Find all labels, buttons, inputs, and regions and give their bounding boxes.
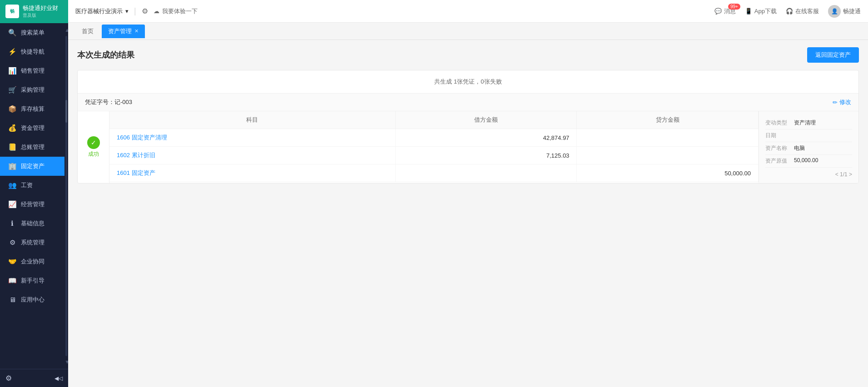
side-panel-pagination[interactable]: < 1/1 > — [765, 168, 852, 178]
collapse-icon[interactable]: ◀◁ — [55, 375, 63, 382]
sidebar-item-经营管理[interactable]: 📈经营管理 — [0, 195, 64, 214]
topbar: 医疗器械行业演示 ▾ | ⚙ ☁ 我要体验一下 💬 消息 99+ 📱 App下载… — [68, 0, 868, 23]
sidebar-icon: 🏢 — [8, 162, 16, 170]
result-summary: 共生成 1张凭证，0张失败 — [78, 70, 858, 94]
tab-home[interactable]: 首页 — [75, 25, 100, 38]
avatar: 👤 — [828, 5, 841, 18]
sidebar-label: 基础信息 — [21, 219, 45, 228]
company-selector[interactable]: 医疗器械行业演示 ▾ — [75, 7, 129, 15]
side-panel-value: 资产清理 — [794, 119, 816, 127]
sidebar-item-新手引导[interactable]: 📖新手引导 — [0, 271, 64, 290]
settings-icon[interactable]: ⚙ — [5, 374, 12, 382]
sidebar-label: 库存核算 — [21, 105, 45, 113]
message-icon: 💬 — [714, 8, 722, 15]
topbar-right: 💬 消息 99+ 📱 App下载 🎧 在线客服 👤 畅捷通 — [714, 5, 861, 18]
sidebar-label: 企业协同 — [21, 258, 45, 266]
sidebar-label: 固定资产 — [21, 162, 45, 170]
user-profile[interactable]: 👤 畅捷通 — [828, 5, 861, 18]
asset-tab-label: 资产管理 — [108, 27, 132, 35]
sidebar-item-采购管理[interactable]: 🛒采购管理 — [0, 80, 64, 99]
app-download-button[interactable]: 📱 App下载 — [745, 7, 777, 15]
sidebar-item-基础信息[interactable]: ℹ基础信息 — [0, 214, 64, 233]
sidebar-item-快捷导航[interactable]: ⚡快捷导航 — [0, 42, 64, 61]
sidebar-label: 采购管理 — [21, 86, 45, 94]
result-card: 共生成 1张凭证，0张失败 凭证字号：记-003 ✏ 修改 — [77, 70, 859, 184]
message-button[interactable]: 💬 消息 99+ — [714, 7, 736, 15]
side-panel-row: 资产原值50,000.00 — [765, 155, 852, 168]
sidebar-icon: 👥 — [8, 181, 16, 189]
cloud-icon: ☁ — [154, 8, 159, 15]
sidebar-item-总账管理[interactable]: 📒总账管理 — [0, 138, 64, 157]
sidebar-item-固定资产[interactable]: 🏢固定资产 — [0, 157, 64, 176]
online-service-label: 在线客服 — [795, 7, 819, 15]
sidebar-icon: 🤝 — [8, 258, 16, 266]
summary-text: 共生成 1张凭证，0张失败 — [434, 78, 501, 85]
tabbar: 首页 资产管理 ✕ — [68, 23, 868, 40]
debit-cell: 42,874.97 — [395, 129, 577, 147]
back-to-fixed-assets-button[interactable]: 返回固定资产 — [807, 47, 859, 63]
sidebar-icon: 📈 — [8, 200, 16, 208]
side-info-panel: 变动类型资产清理日期资产名称电脑资产原值50,000.00< 1/1 > — [759, 111, 858, 183]
sidebar-footer: ⚙ ◀◁ — [0, 369, 68, 387]
side-panel-row: 变动类型资产清理 — [765, 117, 852, 129]
page-header: 本次生成的结果 返回固定资产 — [77, 47, 859, 63]
sidebar-item-搜索菜单[interactable]: 🔍搜索菜单 — [0, 23, 64, 42]
sidebar-icon: ℹ — [8, 219, 16, 228]
edit-voucher-button[interactable]: ✏ 修改 — [833, 98, 851, 106]
sidebar-label: 新手引导 — [21, 277, 45, 285]
side-panel-label: 日期 — [765, 132, 790, 139]
side-panel-row: 日期 — [765, 129, 852, 142]
scroll-down-arrow[interactable]: ▼ — [64, 357, 68, 367]
col-header-debit: 借方金额 — [395, 111, 577, 129]
sidebar: 畅 畅捷通好业财 普及版 🔍搜索菜单⚡快捷导航📊销售管理🛒采购管理📦库存核算💰资… — [0, 0, 68, 387]
service-icon: 🎧 — [786, 8, 793, 15]
voucher-header: 凭证字号：记-003 ✏ 修改 — [78, 94, 858, 111]
topbar-settings-icon[interactable]: ⚙ — [142, 7, 148, 15]
table-row: 1606 固定资产清理 42,874.97 — [109, 129, 759, 147]
page-title: 本次生成的结果 — [77, 50, 134, 60]
sidebar-item-工资[interactable]: 👥工资 — [0, 176, 64, 195]
credit-cell: 50,000.00 — [577, 164, 759, 182]
user-name: 畅捷通 — [843, 7, 861, 15]
home-tab-label: 首页 — [82, 27, 94, 35]
sidebar-label: 工资 — [21, 181, 33, 189]
tab-close-icon[interactable]: ✕ — [134, 28, 139, 34]
sidebar-nav: 🔍搜索菜单⚡快捷导航📊销售管理🛒采购管理📦库存核算💰资金管理📒总账管理🏢固定资产… — [0, 23, 64, 369]
online-service-button[interactable]: 🎧 在线客服 — [786, 7, 819, 15]
sidebar-icon: ⚡ — [8, 48, 16, 56]
sidebar-item-企业协同[interactable]: 🤝企业协同 — [0, 252, 64, 271]
edit-icon: ✏ — [833, 99, 838, 106]
app-download-label: App下载 — [754, 7, 777, 15]
sidebar-label: 系统管理 — [21, 238, 45, 247]
sidebar-icon: 📖 — [8, 277, 16, 285]
success-icon: ✓ — [87, 136, 100, 149]
sidebar-icon: 🖥 — [8, 296, 16, 303]
scroll-up-arrow[interactable]: ▲ — [64, 25, 68, 35]
table-row: 1601 固定资产 50,000.00 — [109, 164, 759, 182]
credit-cell — [577, 147, 759, 164]
sidebar-item-应用中心[interactable]: 🖥应用中心 — [0, 290, 64, 309]
sidebar-icon: ⚙ — [8, 238, 16, 247]
sidebar-item-销售管理[interactable]: 📊销售管理 — [0, 61, 64, 80]
account-cell: 1601 固定资产 — [109, 164, 395, 182]
sidebar-label: 经营管理 — [21, 200, 45, 208]
app-logo: 畅 — [5, 5, 19, 18]
sidebar-icon: 🛒 — [8, 86, 16, 94]
avatar-icon: 👤 — [831, 8, 838, 15]
tab-asset-management[interactable]: 资产管理 ✕ — [102, 25, 145, 38]
debit-cell: 7,125.03 — [395, 147, 577, 164]
sidebar-item-系统管理[interactable]: ⚙系统管理 — [0, 233, 64, 252]
voucher-number: 凭证字号：记-003 — [85, 98, 132, 106]
table-row: 1602 累计折旧 7,125.03 — [109, 147, 759, 164]
experience-button[interactable]: ☁ 我要体验一下 — [154, 7, 198, 15]
col-header-credit: 贷方金额 — [577, 111, 759, 129]
side-panel-label: 资产原值 — [765, 157, 790, 165]
sidebar-label: 快捷导航 — [21, 48, 45, 56]
sidebar-item-资金管理[interactable]: 💰资金管理 — [0, 119, 64, 138]
topbar-divider: | — [134, 6, 136, 16]
message-badge: 99+ — [728, 4, 740, 10]
content-area: 本次生成的结果 返回固定资产 共生成 1张凭证，0张失败 凭证字号：记-003 … — [68, 40, 868, 387]
company-name: 医疗器械行业演示 — [75, 7, 123, 15]
voucher-status: ✓ 成功 — [78, 111, 109, 183]
sidebar-item-库存核算[interactable]: 📦库存核算 — [0, 99, 64, 119]
